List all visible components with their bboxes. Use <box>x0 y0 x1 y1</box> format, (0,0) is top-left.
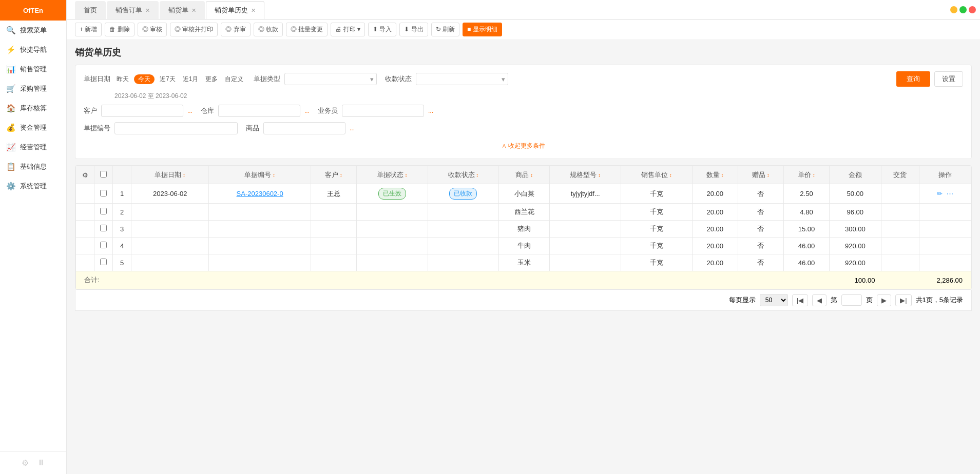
doc-number-input[interactable] <box>114 122 238 134</box>
row-gift: 否 <box>738 184 783 204</box>
window-maximize[interactable] <box>959 6 967 13</box>
audit-button[interactable]: ◎ 审核 <box>138 23 167 36</box>
row-checkbox[interactable] <box>94 254 113 271</box>
row-number[interactable] <box>209 254 311 271</box>
shortcut-more[interactable]: 更多 <box>203 74 220 85</box>
edit-action[interactable]: ✏ <box>935 189 945 199</box>
sidebar-logo: OfTEn <box>0 0 66 21</box>
col-unit[interactable]: 销售单位 <box>621 166 693 184</box>
row-number[interactable] <box>209 238 311 254</box>
sidebar-item-search[interactable]: 🔍 搜索菜单 <box>0 21 66 40</box>
col-date[interactable]: 单据日期 <box>131 166 209 184</box>
export-button[interactable]: ⬇ 导出 <box>399 23 428 36</box>
shortcut-1month[interactable]: 近1月 <box>181 74 201 85</box>
query-button[interactable]: 查询 <box>896 71 930 87</box>
collapse-filter-button[interactable]: ∧ 收起更多条件 <box>84 140 963 152</box>
table-row: 2 西兰花 千克 20.00 否 4.80 96.00 <box>76 204 971 221</box>
show-detail-button[interactable]: ■ 显示明细 <box>463 23 502 36</box>
goods-input[interactable] <box>263 122 345 134</box>
row-checkbox[interactable] <box>94 204 113 221</box>
sidebar-item-operation[interactable]: 📈 经营管理 <box>0 137 66 157</box>
warehouse-input[interactable] <box>218 105 300 117</box>
sidebar-item-finance[interactable]: 💰 资金管理 <box>0 118 66 137</box>
row-checkbox[interactable] <box>94 184 113 204</box>
next-page-button[interactable]: ▶ <box>877 294 891 306</box>
page-input[interactable]: 1 <box>841 294 862 306</box>
system-icon: ⚙️ <box>6 182 16 191</box>
col-spec[interactable]: 规格型号 <box>550 166 621 184</box>
shortcut-today[interactable]: 今天 <box>134 74 155 84</box>
row-unit: 千克 <box>621 221 693 238</box>
sidebar-item-basic[interactable]: 📋 基础信息 <box>0 157 66 176</box>
col-checkbox[interactable] <box>94 166 113 184</box>
row-number[interactable]: SA-20230602-0 <box>209 184 311 204</box>
prev-page-button[interactable]: ◀ <box>812 294 827 306</box>
doc-type-select[interactable] <box>284 73 377 85</box>
batch-change-button[interactable]: ◎ 批量变更 <box>286 23 328 36</box>
pause-icon[interactable]: ⏸ <box>37 458 45 468</box>
row-checkbox[interactable] <box>94 238 113 254</box>
row-action[interactable]: ✏⋯ <box>919 184 971 204</box>
per-page-select[interactable]: 50 100 <box>760 294 788 306</box>
col-gift[interactable]: 赠品 <box>738 166 783 184</box>
tab-sales-history[interactable]: 销货单历史 ✕ <box>206 1 264 19</box>
col-number[interactable]: 单据编号 <box>209 166 311 184</box>
row-checkbox[interactable] <box>94 221 113 238</box>
print-button[interactable]: 🖨 打印 ▾ <box>331 23 365 36</box>
abandon-button[interactable]: ◎ 弃审 <box>221 23 250 36</box>
doc-type-select-wrapper <box>284 73 377 85</box>
gear-icon[interactable]: ⚙ <box>82 171 88 179</box>
col-doc-status[interactable]: 单据状态 <box>356 166 428 184</box>
col-gear[interactable]: ⚙ <box>76 166 94 184</box>
window-minimize[interactable] <box>950 6 957 13</box>
import-button[interactable]: ⬆ 导入 <box>368 23 396 36</box>
tab-sales-order[interactable]: 销售订单 ✕ <box>107 1 159 19</box>
sidebar-item-inventory[interactable]: 🏠 库存核算 <box>0 98 66 118</box>
payment-status-select[interactable] <box>416 73 508 85</box>
row-number[interactable] <box>209 204 311 221</box>
sidebar-item-purchase[interactable]: 🛒 采购管理 <box>0 79 66 98</box>
col-pay-status[interactable]: 收款状态 <box>428 166 499 184</box>
sidebar-item-system[interactable]: ⚙️ 系统管理 <box>0 176 66 196</box>
shortcut-custom[interactable]: 自定义 <box>223 74 245 85</box>
row-action[interactable] <box>919 204 971 221</box>
shortcut-yesterday[interactable]: 昨天 <box>114 74 131 85</box>
select-all-checkbox[interactable] <box>100 171 107 177</box>
tab-home[interactable]: 首页 <box>75 1 106 19</box>
sidebar-item-sales[interactable]: 📊 销售管理 <box>0 60 66 79</box>
settings-icon[interactable]: ⚙ <box>22 458 29 468</box>
filter-settings-button[interactable]: 设置 <box>934 71 963 87</box>
tab-close-sales-order[interactable]: ✕ <box>145 7 150 14</box>
new-button[interactable]: + 新增 <box>75 23 102 36</box>
refresh-button[interactable]: ↻ 刷新 <box>431 23 459 36</box>
shortcut-7days[interactable]: 近7天 <box>158 74 178 85</box>
more-action[interactable]: ⋯ <box>945 189 955 199</box>
row-gift: 否 <box>738 221 783 238</box>
tab-sales-goods[interactable]: 销货单 ✕ <box>160 1 205 19</box>
row-action[interactable] <box>919 254 971 271</box>
collect-button[interactable]: ◎ 收款 <box>254 23 283 36</box>
goods-ellipsis[interactable]: ... <box>350 125 355 132</box>
sidebar-item-shortcuts[interactable]: ⚡ 快捷导航 <box>0 40 66 60</box>
doc-type-label: 单据类型 <box>254 74 280 84</box>
warehouse-ellipsis[interactable]: ... <box>304 107 310 114</box>
salesman-ellipsis[interactable]: ... <box>428 107 433 114</box>
row-action[interactable] <box>919 238 971 254</box>
last-page-button[interactable]: ▶| <box>895 294 911 306</box>
tab-close-sales-history[interactable]: ✕ <box>251 7 256 14</box>
col-goods[interactable]: 商品 <box>499 166 550 184</box>
col-quantity[interactable]: 数量 <box>692 166 738 184</box>
row-action[interactable] <box>919 221 971 238</box>
delete-button[interactable]: 🗑 删除 <box>105 23 134 36</box>
customer-ellipsis[interactable]: ... <box>187 107 193 114</box>
customer-input[interactable] <box>101 105 183 117</box>
salesman-input[interactable] <box>342 105 424 117</box>
row-number[interactable] <box>209 221 311 238</box>
tab-close-sales-goods[interactable]: ✕ <box>191 7 196 14</box>
audit-print-button[interactable]: ◎ 审核并打印 <box>170 23 218 36</box>
window-close[interactable] <box>969 6 976 13</box>
col-customer[interactable]: 客户 <box>311 166 356 184</box>
col-price[interactable]: 单价 <box>783 166 829 184</box>
first-page-button[interactable]: |◀ <box>792 294 808 306</box>
payment-status-label: 收款状态 <box>385 74 412 84</box>
